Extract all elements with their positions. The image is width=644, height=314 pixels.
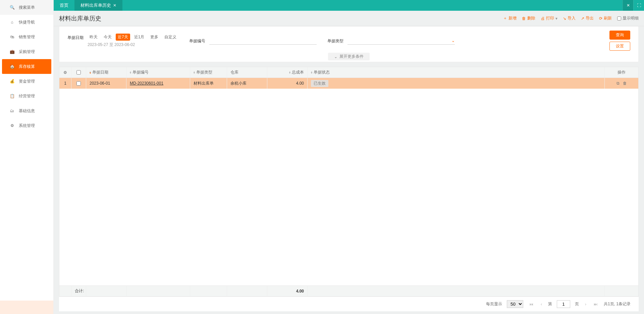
gear-icon: ⚙ [63,70,67,75]
date-tag[interactable]: 自定义 [162,34,178,41]
tab-home[interactable]: 首页 [54,0,74,11]
footer-label: 合计: [71,286,86,296]
search-icon: 🔍 [9,5,15,10]
filter-type-group: 单据类型 ⌄ [327,37,455,45]
sidebar-item-doc[interactable]: 📋经营管理 [0,89,53,103]
show-detail-toggle[interactable]: 显示明细 [617,15,639,21]
sidebar-item-label: 搜索菜单 [19,5,35,10]
sort-icon: ▴▾ [311,71,312,74]
first-page-button[interactable]: ⏮ [528,302,535,307]
sort-icon: ▴▾ [289,71,290,74]
doc-no-input[interactable] [209,37,317,45]
next-page-button[interactable]: › [584,302,588,307]
tab-label: 材料出库单历史 [80,2,111,8]
import-button[interactable]: ↘导入 [563,15,576,21]
select-all-checkbox[interactable] [76,70,81,75]
sidebar-item-home[interactable]: ⌂快捷导航 [0,15,53,30]
chevron-down-icon: ⌄ [451,38,455,43]
th-label: 操作 [618,70,626,75]
sidebar-item-bag[interactable]: 🛍销售管理 [0,30,53,44]
table-header: ⚙ ▴▾单据日期 ▴▾单据编号 ▴▾单据类型 仓库 ▴▾总成本 ▴▾单据状态 操… [59,67,638,78]
refresh-button[interactable]: ⟳刷新 [599,15,612,21]
search-button[interactable]: 查询 [609,31,630,40]
print-icon: 🖨 [541,16,545,21]
th-label: 仓库 [230,70,238,75]
tab-material-history[interactable]: 材料出库单历史✕ [74,0,122,11]
tab-label: 首页 [60,2,68,8]
sidebar-item-search[interactable]: 🔍搜索菜单 [0,0,53,15]
delete-icon[interactable]: 🗑 [623,81,627,86]
filter-no-group: 单据编号 [189,37,317,45]
page-prefix: 第 [548,301,552,307]
sidebar-item-label: 采购管理 [19,49,35,55]
sidebar-item-house[interactable]: 🏠库存核算 [2,59,51,74]
date-tag[interactable]: 近7天 [116,34,130,41]
sidebar-item-case[interactable]: 💼采购管理 [0,44,53,59]
plus-icon: ＋ [503,15,507,21]
date-range-text: 2023-05-27 至 2023-06-02 [88,42,178,48]
sidebar-item-gear[interactable]: ⚙系统管理 [0,118,53,133]
sidebar-item-label: 基础信息 [19,108,35,114]
filter-bar: 单据日期 昨天今天近7天近1月更多自定义 2023-05-27 至 2023-0… [59,26,639,62]
prev-page-button[interactable]: ‹ [539,302,543,307]
tool-label: 新增 [508,15,517,21]
sidebar-item-label: 资金管理 [19,79,35,84]
col-checkbox [71,67,86,78]
cell-date: 2023-06-01 [86,78,126,89]
col-ops: 操作 [605,67,638,78]
col-type[interactable]: ▴▾单据类型 [190,67,227,78]
show-detail-checkbox[interactable] [617,16,621,20]
col-no[interactable]: ▴▾单据编号 [126,67,190,78]
date-tag[interactable]: 昨天 [88,34,100,41]
col-date[interactable]: ▴▾单据日期 [86,67,126,78]
pagination: 每页显示 50 ⏮ ‹ 第 页 › ⏭ 共1页, 1条记录 [59,297,639,311]
sidebar-item-coin[interactable]: 💰资金管理 [0,74,53,89]
tool-label: 导出 [586,15,594,21]
gear-icon: ⚙ [9,123,15,128]
delete-button[interactable]: 🗑删除 [522,15,535,21]
close-icon[interactable]: ✕ [113,3,116,8]
tool-label: 刷新 [604,15,612,21]
home-icon: ⌂ [9,19,15,25]
page-title: 材料出库单历史 [59,14,101,23]
cell-status: 已生效 [308,78,605,89]
date-tag[interactable]: 近1月 [132,34,147,41]
col-status[interactable]: ▴▾单据状态 [308,67,605,78]
sidebar-item-label: 快捷导航 [19,19,35,25]
export-icon: ↗ [581,16,584,21]
page-suffix: 页 [575,301,579,307]
row-checkbox[interactable] [76,81,81,86]
filter-label: 单据类型 [327,37,343,44]
tool-label: 显示明细 [623,15,639,21]
per-page-select[interactable]: 50 [507,300,523,308]
th-label: 单据日期 [92,70,108,75]
cell-ops: ⧉ 🗑 [605,78,638,89]
doc-icon: 📋 [9,93,15,99]
fullscreen-button[interactable]: ⛶ [633,0,644,11]
table-row[interactable]: 1 2023-06-01 MD-20230601-001 材料出库单 余杭小库 … [59,78,638,89]
sidebar-item-card[interactable]: 🗂基础信息 [0,103,53,118]
expand-filters-button[interactable]: ⌄展开更多条件 [328,53,370,60]
doc-type-select[interactable]: ⌄ [347,37,455,45]
copy-icon[interactable]: ⧉ [616,81,620,86]
export-button[interactable]: ↗导出 [581,15,594,21]
case-icon: 💼 [9,49,15,54]
row-index: 1 [59,78,71,89]
settings-button[interactable]: 设置 [609,42,630,51]
print-button[interactable]: 🖨打印▾ [541,15,557,21]
cell-doc-no[interactable]: MD-20230601-001 [126,78,190,89]
sort-icon: ▴▾ [130,71,131,74]
footer-cost: 4.00 [267,286,308,296]
filter-label: 单据日期 [67,34,84,41]
date-tag[interactable]: 更多 [148,34,160,41]
col-warehouse[interactable]: 仓库 [227,67,267,78]
chevron-down-icon: ⌄ [334,54,337,59]
last-page-button[interactable]: ⏭ [592,302,599,307]
col-cost[interactable]: ▴▾总成本 [267,67,308,78]
date-tag[interactable]: 今天 [102,34,114,41]
page-input[interactable] [557,300,570,308]
toolbar: 材料出库单历史 ＋新增 🗑删除 🖨打印▾ ↘导入 ↗导出 ⟳刷新 显示明细 [54,11,644,26]
tab-close-button[interactable]: ✕ [623,0,633,11]
col-settings[interactable]: ⚙ [59,67,71,78]
add-button[interactable]: ＋新增 [503,15,517,21]
